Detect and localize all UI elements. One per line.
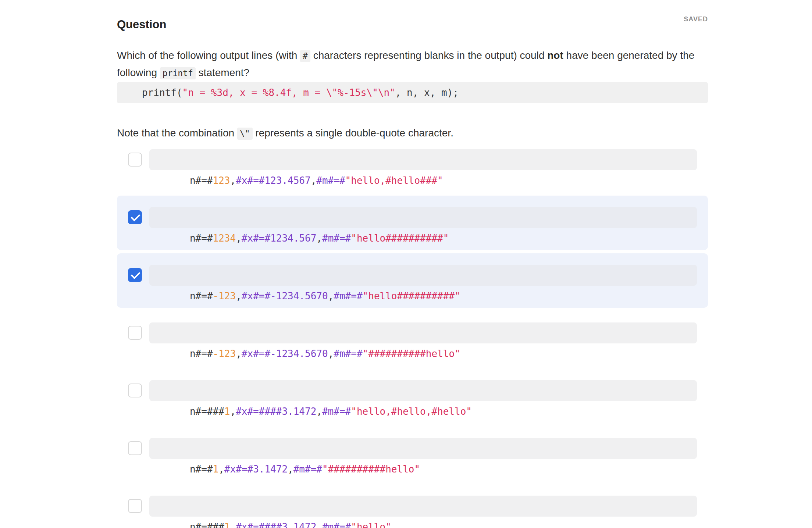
question-text: Which of the following output lines (wit… [117,47,708,82]
page-title: Question [117,18,166,31]
option-code-text: n#=#1,#x#=#3.1472,#m#=#"##########hello" [190,464,420,475]
option-code-pill: n#=#1234,#x#=#1234.567,#m#=#"hello######… [149,207,697,228]
status-badge: SAVED [684,15,708,23]
option-checkbox[interactable] [128,441,142,455]
answer-option: n#=###1,#x#=####3.1472,#m#=#"hello,#hell… [117,369,708,423]
option-checkbox[interactable] [128,499,142,513]
answer-option: n#=#123,#x#=#123.4567,#m#=#"hello,#hello… [117,138,708,192]
option-code-pill: n#=#123,#x#=#123.4567,#m#=#"hello,#hello… [149,149,697,170]
option-checkbox[interactable] [128,383,142,397]
inline-code-chip: # [300,50,310,62]
option-code-pill: n#=###1,#x#=####3.1472,#m#=#"hello,#hell… [149,380,697,401]
answer-option: n#=###1,#x#=####3.1472,#m#=#"hello" [117,484,708,528]
answer-option: n#=#-123,#x#=#-1234.5670,#m#=#"#########… [117,311,708,365]
inline-code-chip: printf [160,67,196,79]
answer-option: n#=#1,#x#=#3.1472,#m#=#"##########hello" [117,427,708,481]
option-code-pill: n#=#-123,#x#=#-1234.5670,#m#=#"hello####… [149,265,697,286]
option-code-text: n#=###1,#x#=####3.1472,#m#=#"hello" [190,521,391,528]
option-checkbox[interactable] [128,153,142,167]
option-checkbox[interactable] [128,326,142,340]
option-code-text: n#=###1,#x#=####3.1472,#m#=#"hello,#hell… [190,406,472,417]
option-code-text: n#=#1234,#x#=#1234.567,#m#=#"hello######… [190,233,449,244]
option-code-text: n#=#-123,#x#=#-1234.5670,#m#=#"hello####… [190,290,460,302]
answer-option: n#=#1234,#x#=#1234.567,#m#=#"hello######… [117,196,708,250]
option-code-pill: n#=#-123,#x#=#-1234.5670,#m#=#"#########… [149,322,697,343]
option-code-text: n#=#-123,#x#=#-1234.5670,#m#=#"#########… [190,348,460,359]
option-code-text: n#=#123,#x#=#123.4567,#m#=#"hello,#hello… [190,175,443,186]
option-checkbox[interactable] [128,268,142,282]
option-checkbox[interactable] [128,210,142,224]
option-code-pill: n#=#1,#x#=#3.1472,#m#=#"##########hello" [149,438,697,459]
option-code-pill: n#=###1,#x#=####3.1472,#m#=#"hello" [149,496,697,517]
printf-code-block: printf("n = %3d, x = %8.4f, m = \"%-15s\… [117,82,708,103]
answer-option: n#=#-123,#x#=#-1234.5670,#m#=#"hello####… [117,253,708,308]
